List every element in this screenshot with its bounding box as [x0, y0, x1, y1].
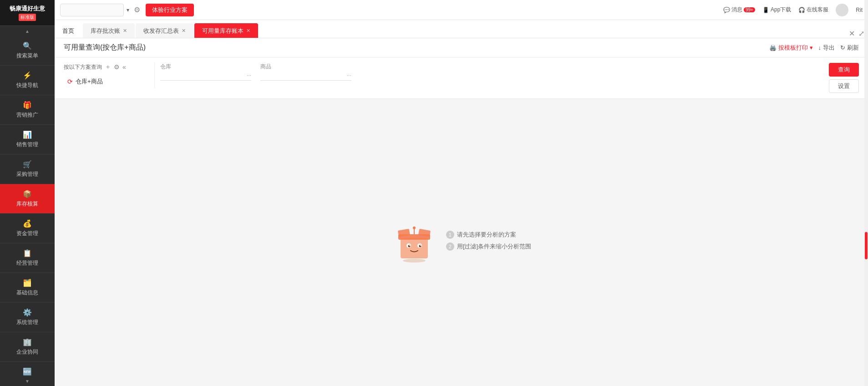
tab-label-collect-summary: 收发存汇总表	[143, 27, 179, 35]
topbar: ▾ ⚙ 体验行业方案 💬 消息 99+ 📱 App下载 🎧 在线客服 Rit	[55, 0, 868, 20]
sidebar-item-sales[interactable]: 📊 销售管理	[0, 125, 55, 154]
sidebar-icon-search: 🔍	[23, 41, 32, 50]
template-print-dropdown[interactable]: ▾	[810, 44, 813, 51]
warehouse-input[interactable]	[160, 72, 244, 78]
topbar-right: 💬 消息 99+ 📱 App下载 🎧 在线客服 Rit	[723, 4, 863, 16]
sidebar-label-operations: 经营管理	[16, 259, 38, 267]
scrollbar-thumb[interactable]	[865, 232, 868, 259]
template-print-btn[interactable]: 🖨️ 按模板打印 ▾	[769, 44, 813, 52]
warehouse-label: 仓库	[160, 63, 251, 71]
sidebar-item-marketing[interactable]: 🎁 营销推广	[0, 95, 55, 125]
right-scrollbar[interactable]	[864, 0, 868, 386]
sidebar-label-inventory: 库存核算	[16, 200, 38, 208]
sidebar-item-quick-nav[interactable]: ⚡ 快捷导航	[0, 66, 55, 95]
tab-batch-account[interactable]: 库存批次账✕	[83, 23, 135, 38]
app-download[interactable]: 📱 App下载	[762, 6, 791, 14]
sidebar-item-inventory[interactable]: 📦 库存核算	[0, 184, 55, 214]
add-scheme-btn[interactable]: ＋	[105, 63, 111, 71]
sidebar: 畅康通好生意 标准版 ▲ 🔍 搜索菜单 ⚡ 快捷导航 🎁 营销推广 📊 销售管理…	[0, 0, 55, 386]
query-btn[interactable]: 查询	[829, 63, 859, 77]
user-avatar[interactable]	[836, 4, 848, 16]
collapse-scheme-btn[interactable]: «	[122, 63, 126, 71]
sidebar-label-quick-nav: 快捷导航	[16, 82, 38, 89]
tabbar: 首页库存批次账✕收发存汇总表✕可用量库存账本✕ ✕ ⤢	[55, 20, 868, 38]
template-print-label: 按模板打印	[778, 44, 808, 52]
sidebar-label-enterprise: 企业协同	[16, 348, 38, 356]
refresh-label: 刷新	[847, 44, 859, 52]
close-tab-icon[interactable]: ✕	[849, 29, 855, 38]
app-download-label: App下载	[771, 6, 791, 14]
setting-btn[interactable]: 设置	[829, 79, 859, 93]
user-name: Rit	[856, 7, 863, 13]
sidebar-scroll-down[interactable]: ▼	[0, 376, 55, 386]
settings-scheme-btn[interactable]: ⚙	[114, 63, 120, 71]
sidebar-icon-enterprise: 🏢	[23, 338, 32, 346]
export-btn[interactable]: ↓ 导出	[818, 44, 835, 52]
template-print-icon: 🖨️	[769, 44, 777, 51]
page-title: 可用量查询(按仓库+商品)	[64, 43, 146, 52]
topbar-dropdown[interactable]: ▾	[127, 7, 129, 13]
svg-point-8	[409, 245, 410, 246]
sidebar-label-sales: 销售管理	[16, 141, 38, 149]
industry-btn[interactable]: 体验行业方案	[146, 4, 194, 16]
tab-close-batch-account[interactable]: ✕	[123, 28, 127, 34]
tab-label-batch-account: 库存批次账	[91, 27, 120, 35]
sidebar-item-purchase[interactable]: 🛒 采购管理	[0, 154, 55, 184]
svg-point-9	[420, 245, 421, 246]
svg-point-7	[419, 245, 421, 247]
empty-hint-2: 2 用[过滤]条件来缩小分析范围	[446, 242, 531, 251]
page-content: 可用量查询(按仓库+商品) 🖨️ 按模板打印 ▾ ↓ 导出 ↻ 刷新	[55, 38, 868, 386]
sidebar-item-operations[interactable]: 📋 经营管理	[0, 243, 55, 273]
empty-state-illustration	[391, 220, 437, 265]
sidebar-scroll-up[interactable]: ▲	[0, 26, 55, 36]
product-input[interactable]	[260, 72, 344, 78]
sidebar-label-search: 搜索菜单	[16, 52, 38, 60]
sidebar-icon-sales: 📊	[23, 130, 32, 139]
warehouse-more-btn[interactable]: ···	[247, 72, 251, 78]
svg-point-11	[413, 226, 416, 229]
export-label: 导出	[823, 44, 835, 52]
tab-close-collect-summary[interactable]: ✕	[182, 28, 186, 34]
scheme-icon: ⟳	[67, 78, 73, 85]
product-field: 商品 ···	[260, 63, 351, 81]
sidebar-item-new-guide[interactable]: 🆕 新手引导	[0, 362, 55, 376]
topbar-search-input[interactable]	[60, 4, 124, 16]
tab-close-available-qty[interactable]: ✕	[246, 28, 250, 34]
sidebar-item-search[interactable]: 🔍 搜索菜单	[0, 36, 55, 66]
warehouse-field: 仓库 ···	[160, 63, 251, 81]
warehouse-input-wrapper: ···	[160, 72, 251, 81]
sidebar-icon-inventory: 📦	[23, 190, 32, 198]
refresh-btn[interactable]: ↻ 刷新	[840, 44, 859, 52]
svg-point-12	[403, 259, 426, 262]
filter-area: 按以下方案查询 ＋ ⚙ « ⟳ 仓库+商品 仓库 ···	[55, 57, 868, 99]
topbar-search-area: ▾ ⚙	[60, 4, 140, 16]
topbar-gear-icon[interactable]: ⚙	[134, 5, 140, 14]
filter-scheme-label: 按以下方案查询	[64, 63, 102, 71]
tab-home[interactable]: 首页	[55, 23, 82, 38]
sidebar-item-finance[interactable]: 💰 资金管理	[0, 214, 55, 243]
sidebar-icon-base-info: 🗂️	[23, 278, 32, 287]
app-logo: 畅康通好生意 标准版	[0, 0, 55, 26]
sidebar-item-system[interactable]: ⚙️ 系统管理	[0, 303, 55, 332]
page-header: 可用量查询(按仓库+商品) 🖨️ 按模板打印 ▾ ↓ 导出 ↻ 刷新	[55, 38, 868, 57]
refresh-icon: ↻	[840, 44, 845, 51]
filter-scheme-panel: 按以下方案查询 ＋ ⚙ « ⟳ 仓库+商品	[64, 63, 155, 88]
tab-collect-summary[interactable]: 收发存汇总表✕	[136, 23, 193, 38]
sidebar-item-base-info[interactable]: 🗂️ 基础信息	[0, 273, 55, 303]
expand-icon[interactable]: ⤢	[858, 29, 864, 38]
svg-point-6	[408, 245, 410, 247]
sidebar-label-system: 系统管理	[16, 319, 38, 326]
product-more-btn[interactable]: ···	[347, 72, 351, 78]
empty-state: 1 请先选择要分析的方案 2 用[过滤]条件来缩小分析范围	[55, 99, 868, 386]
scheme-warehouse-product[interactable]: ⟳ 仓库+商品	[64, 75, 149, 88]
sidebar-icon-purchase: 🛒	[23, 160, 32, 169]
online-service-label: 在线客服	[807, 6, 828, 14]
notification[interactable]: 💬 消息 99+	[723, 6, 755, 14]
online-service[interactable]: 🎧 在线客服	[798, 6, 828, 14]
online-service-icon: 🎧	[798, 7, 805, 13]
tab-available-qty[interactable]: 可用量库存账本✕	[194, 23, 258, 38]
sidebar-items: 🔍 搜索菜单 ⚡ 快捷导航 🎁 营销推广 📊 销售管理 🛒 采购管理 📦 库存核…	[0, 36, 55, 376]
sidebar-label-marketing: 营销推广	[16, 111, 38, 119]
sidebar-item-enterprise[interactable]: 🏢 企业协同	[0, 332, 55, 362]
sidebar-label-finance: 资金管理	[16, 230, 38, 237]
